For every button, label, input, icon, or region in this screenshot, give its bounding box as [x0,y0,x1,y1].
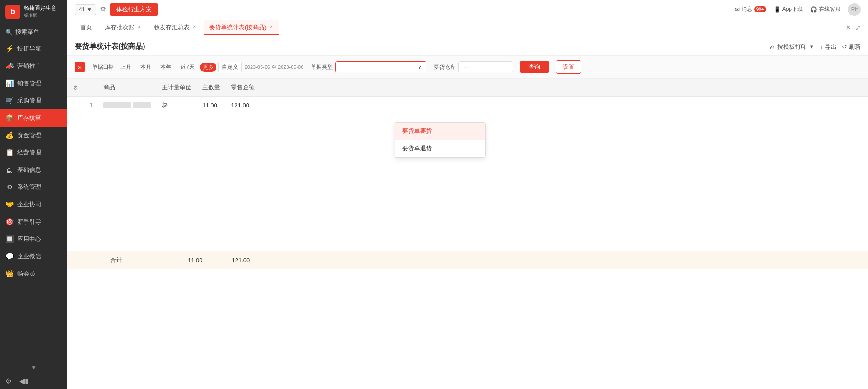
export-label: 导出 [825,43,837,51]
collapse-icon[interactable]: ◀▮ [19,377,29,385]
date-btn-more[interactable]: 更多 [200,63,216,72]
company-selector[interactable]: 41 ▼ [75,4,96,15]
sidebar-item-marketing[interactable]: 📣 营销推广 [0,57,67,75]
newbie-icon: 🎯 [5,218,14,226]
tab-receive-summary[interactable]: 收发存汇总表 ✕ [149,20,202,35]
close-all-tabs-icon[interactable]: ✕ [845,23,851,32]
app-download-btn[interactable]: 📱 App下载 [774,5,803,13]
data-table: ⚙ 商品 主计量单位 主数量 零售金额 1 [67,79,868,114]
page: 要货单统计表(按商品) 🖨 按模板打印 ▼ ↑ 导出 ↺ 刷新 [67,36,868,389]
query-button[interactable]: 查询 [520,61,549,73]
tab-batch-account-close[interactable]: ✕ [137,24,141,30]
footer-quantity: 11.00 [182,257,208,264]
sidebar-item-label: 资金管理 [17,131,41,139]
date-btn-this-year[interactable]: 本年 [157,62,175,72]
print-label: 按模板打印 [777,43,807,51]
refresh-btn[interactable]: ↺ 刷新 [842,43,861,51]
search-label: 搜索菜单 [15,28,39,36]
chevron-down-print-icon: ▼ [809,43,815,50]
page-header: 要货单统计表(按商品) 🖨 按模板打印 ▼ ↑ 导出 ↺ 刷新 [67,36,868,56]
inventory-icon: 📦 [5,114,14,122]
tab-expand-icon[interactable]: ⤢ [855,23,861,32]
col-header-amount: 零售金额 [226,79,260,97]
logo-icon: b [5,5,20,19]
sidebar-item-label: 快捷导航 [17,45,41,53]
sidebar-item-enterprise[interactable]: 🤝 企业协同 [0,196,67,213]
topbar: 41 ▼ ⚙ 体验行业方案 ✉ 消息 99+ 📱 App下载 🎧 在线客服 Ri… [67,0,868,19]
table-footer: 合计 11.00 121.00 [67,251,868,269]
page-actions: 🖨 按模板打印 ▼ ↑ 导出 ↺ 刷新 [770,43,861,51]
col-header-extra [260,79,868,97]
tab-home[interactable]: 首页 [75,20,98,35]
tab-batch-account[interactable]: 库存批次账 ✕ [99,20,147,35]
online-service-label: 在线客服 [819,5,841,13]
date-btn-last-month[interactable]: 上月 [117,62,135,72]
sidebar-item-label: 经营管理 [17,148,41,157]
sidebar-item-newbie[interactable]: 🎯 新手引导 [0,213,67,230]
date-btn-custom[interactable]: 自定义 [218,62,242,72]
print-template-btn[interactable]: 🖨 按模板打印 ▼ [770,43,815,51]
sidebar-item-sales[interactable]: 📊 销售管理 [0,75,67,92]
tab-receive-summary-close[interactable]: ✕ [192,24,196,30]
dropdown-item-order-goods[interactable]: 要货单要货 [395,123,485,140]
sidebar-item-wechat[interactable]: 💬 企业微信 [0,248,67,265]
online-service-btn[interactable]: 🎧 在线客服 [810,5,841,13]
topbar-left: 41 ▼ ⚙ 体验行业方案 [75,3,729,16]
sidebar-bottom: ⚙ ◀▮ [0,373,67,389]
sidebar-item-inventory[interactable]: 📦 库存核算 [0,109,67,127]
tabbar: 首页 库存批次账 ✕ 收发存汇总表 ✕ 要货单统计表(按商品) ✕ ✕ ⤢ [67,19,868,36]
refresh-icon: ↺ [842,43,847,50]
doc-type-select[interactable]: ∧ [335,61,426,72]
company-name: 41 [79,6,85,13]
footer-amount: 121.00 [226,257,256,264]
topbar-right: ✉ 消息 99+ 📱 App下载 🎧 在线客服 Rit [735,3,861,16]
date-btn-this-month[interactable]: 本月 [137,62,155,72]
sidebar-item-label: 企业协同 [17,200,41,209]
search-menu[interactable]: 🔍 搜索菜单 [0,24,67,40]
logo-sub: 标准版 [24,12,56,19]
sidebar-item-basics[interactable]: 🗂 基础信息 [0,161,67,179]
tab-order-summary-label: 要货单统计表(按商品) [209,23,267,31]
date-btn-last-7-days[interactable]: 近7天 [177,62,198,72]
sidebar-item-apps[interactable]: 🔲 应用中心 [0,230,67,248]
quick-nav-icon: ⚡ [5,45,14,53]
sidebar-scroll-down[interactable]: ▼ [0,363,67,373]
topbar-settings-icon[interactable]: ⚙ [100,5,106,14]
member-icon: 👑 [5,270,14,278]
doc-type-dropdown: 要货单要货 要货单退货 [395,122,486,158]
user-avatar[interactable]: Rit [848,3,861,16]
message-badge: 99+ [754,6,766,12]
wechat-icon: 💬 [5,252,14,261]
finance-icon: 💰 [5,131,14,139]
settings-bottom-icon[interactable]: ⚙ [5,377,12,385]
export-icon: ↑ [820,43,823,50]
tab-home-label: 首页 [80,23,92,31]
row-seq-cell: 1 [84,97,98,114]
sidebar-item-member[interactable]: 👑 畅会员 [0,265,67,282]
more-filters-icon: ··· [464,64,469,70]
message-btn[interactable]: ✉ 消息 99+ [735,5,766,13]
warehouse-select[interactable]: ··· [458,61,513,72]
tab-order-summary[interactable]: 要货单统计表(按商品) ✕ [204,20,279,35]
message-icon: ✉ [735,6,740,13]
col-header-product: 商品 [98,79,156,97]
trial-button[interactable]: 体验行业方案 [110,3,158,16]
sidebar-item-operations[interactable]: 📋 经营管理 [0,144,67,161]
export-btn[interactable]: ↑ 导出 [820,43,837,51]
sidebar-item-quick-nav[interactable]: ⚡ 快捷导航 [0,40,67,57]
sidebar-item-system[interactable]: ⚙ 系统管理 [0,179,67,196]
sidebar-item-purchase[interactable]: 🛒 采购管理 [0,92,67,109]
sidebar-item-finance[interactable]: 💰 资金管理 [0,127,67,144]
service-icon: 🎧 [810,6,817,13]
dropdown-item-order-return[interactable]: 要货单退货 [395,140,485,157]
tab-order-summary-close[interactable]: ✕ [269,24,273,30]
row-product-cell [98,97,156,114]
basics-icon: 🗂 [5,166,14,174]
settings-button[interactable]: 设置 [556,60,581,74]
expand-filter-button[interactable]: » [75,62,85,72]
marketing-icon: 📣 [5,62,14,70]
col-header-settings[interactable]: ⚙ [67,79,84,97]
col-header-seq [84,79,98,97]
tab-receive-summary-label: 收发存汇总表 [154,23,190,31]
sidebar-item-label: 基础信息 [17,166,41,174]
